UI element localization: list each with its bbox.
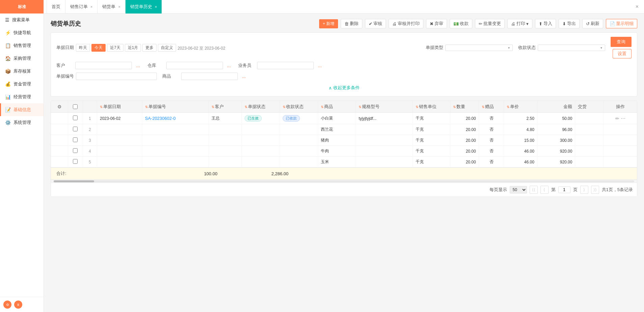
filter-pay-status-item: 收款状态 ▾ [518,45,605,51]
print-button[interactable]: 🖨 打印 ▾ [507,19,532,28]
tab-sales-history[interactable]: 销货单历史 × [125,0,162,14]
page-prev-btn[interactable]: ⟨ [540,186,549,194]
date-sort-icon: ⇅ [100,105,103,109]
col-price-label: 单价 [510,104,519,110]
col-goods-header[interactable]: ⇅ 商品 [318,101,356,113]
date-btn-custom[interactable]: 自定义 [158,44,176,52]
filter-customer-ellipsis[interactable]: ... [134,62,142,69]
col-amount-header[interactable]: 金额 [537,101,575,113]
select-all-checkbox[interactable] [73,104,78,109]
date-btn-yesterday[interactable]: 昨天 [76,44,90,52]
col-unit-label: 销售单位 [419,104,437,110]
filter-goods-input[interactable] [181,73,238,80]
refresh-button[interactable]: ↺ 刷新 [582,19,603,28]
sidebar-item-purchase-mgmt[interactable]: 🏠 采购管理 [0,52,44,65]
filter-warehouse-ellipsis[interactable]: ... [225,62,233,69]
delete-button[interactable]: 🗑 删除 [341,19,362,28]
filter-goods-ellipsis[interactable]: ... [240,73,248,80]
doc-id-link[interactable]: SA-20230602-0 [145,116,176,121]
page-input[interactable]: 1 [558,186,570,193]
filter-customer-input[interactable] [75,62,132,69]
col-status-header[interactable]: ⇅ 单据状态 [242,101,280,113]
filter-pay-status-select[interactable]: ▾ [538,45,605,51]
date-btn-today[interactable]: 今天 [91,44,106,52]
filter-docnum-input[interactable] [76,73,157,80]
query-button[interactable]: 查询 [611,37,632,47]
col-date-header[interactable]: ⇅ 单据日期 [97,101,142,113]
sidebar-item-inventory[interactable]: 📦 库存核算 [0,65,44,78]
col-unit-header[interactable]: ⇅ 销售单位 [413,101,450,113]
col-pay-status-header[interactable]: ⇅ 收款状态 [280,101,318,113]
row-check[interactable] [68,124,83,135]
page-first-btn[interactable]: ⟨⟨ [530,186,538,194]
sidebar-item-operation[interactable]: 📊 经营管理 [0,90,44,103]
row-checkbox[interactable] [73,127,78,131]
date-btn-1month[interactable]: 近1月 [125,44,141,52]
settings-icon[interactable]: ⚙ [57,104,62,109]
filter-doc-type-select[interactable]: ▾ [445,45,513,51]
filter-business-input[interactable] [257,62,314,69]
row-num: 2 [83,124,97,135]
page-next-btn[interactable]: ⟩ [580,186,588,194]
tab-sales-order[interactable]: 销售订单 × [65,0,97,14]
scroll-bar-area[interactable] [51,179,637,183]
filter-warehouse-input[interactable] [166,62,223,69]
col-action-header: 操作 [604,101,637,113]
gift-sort-icon: ⇅ [482,105,484,109]
new-button[interactable]: + 新增 [319,19,338,28]
audit-print-button[interactable]: 🖨 审核并打印 [389,19,423,28]
col-qty-header[interactable]: ⇅ 数量 [450,101,479,113]
col-settings-header[interactable]: ⚙ [51,101,68,113]
sidebar-item-quick-nav[interactable]: ⚡ 快捷导航 [0,26,44,39]
collect-button[interactable]: 💵 收款 [450,19,472,28]
tab-sales-goods-close[interactable]: × [118,5,120,9]
sidebar-collapse-icon[interactable]: ⏸ [14,301,22,309]
batch-change-button[interactable]: ✏ 批量变更 [475,19,505,28]
more-icon[interactable]: ⋯ [621,116,625,121]
col-gift-header[interactable]: ⇅ 赠品 [479,101,504,113]
row-checkbox[interactable] [73,137,78,142]
col-customer-header[interactable]: ⇅ 客户 [208,101,242,113]
edit-icon[interactable]: ✏ [615,116,619,121]
sidebar-settings-icon[interactable]: ⚙ [3,301,11,309]
page-title: 销货单历史 [51,20,81,28]
col-action-label: 操作 [616,104,625,109]
abandon-button[interactable]: ✖ 弃审 [426,19,447,28]
col-check-header[interactable] [68,101,83,113]
sidebar-item-basic-info[interactable]: 📝 基础信息 [0,103,44,116]
import-button[interactable]: ⬆ 导入 [535,19,556,28]
scroll-bar-thumb[interactable] [54,180,94,182]
export-button[interactable]: ⬇ 导出 [559,19,580,28]
sidebar-item-sys-mgmt[interactable]: ⚙️ 系统管理 [0,116,44,129]
footer-total-label: 合计: [56,171,66,177]
sidebar-item-finance[interactable]: 💰 资金管理 [0,78,44,90]
row-check[interactable] [68,146,83,157]
row-check[interactable] [68,157,83,167]
sidebar-item-search-menu[interactable]: ☰ 搜索菜单 [0,14,44,26]
date-range-btns: 昨天 今天 近7天 近1月 更多 自定义 2023-06-02 至 2023-0… [76,44,225,52]
row-doc-id[interactable]: SA-20230602-0 [142,113,208,124]
tab-sales-history-close[interactable]: × [155,5,157,9]
row-checkbox[interactable] [73,159,78,164]
per-page-select[interactable]: 50 100 [510,186,527,193]
tab-sales-order-close[interactable]: × [90,5,92,9]
row-check[interactable] [68,113,83,124]
sidebar-item-sales-mgmt[interactable]: 📋 销售管理 [0,39,44,52]
show-detail-button[interactable]: 📄 显示明细 [606,19,637,28]
tabs-close-all[interactable]: × [633,4,641,10]
col-price-header[interactable]: ⇅ 单价 [504,101,537,113]
filter-business-ellipsis[interactable]: ... [316,62,324,69]
tab-home[interactable]: 首页 [47,0,65,14]
collapse-more-btn[interactable]: ∧ 收起更多条件 [56,83,632,92]
set-button[interactable]: 设置 [613,49,632,58]
col-id-header[interactable]: ⇅ 单据编号 [142,101,208,113]
date-btn-7days[interactable]: 近7天 [107,44,123,52]
row-check[interactable] [68,135,83,146]
page-last-btn[interactable]: ⟩⟩ [591,186,599,194]
audit-button[interactable]: ✔ 审核 [365,19,386,28]
tab-sales-goods[interactable]: 销货单 × [97,0,125,14]
date-btn-more[interactable]: 更多 [142,44,157,52]
row-checkbox[interactable] [73,148,78,153]
row-checkbox[interactable] [73,115,78,120]
col-spec-header[interactable]: ⇅ 规格型号 [356,101,413,113]
